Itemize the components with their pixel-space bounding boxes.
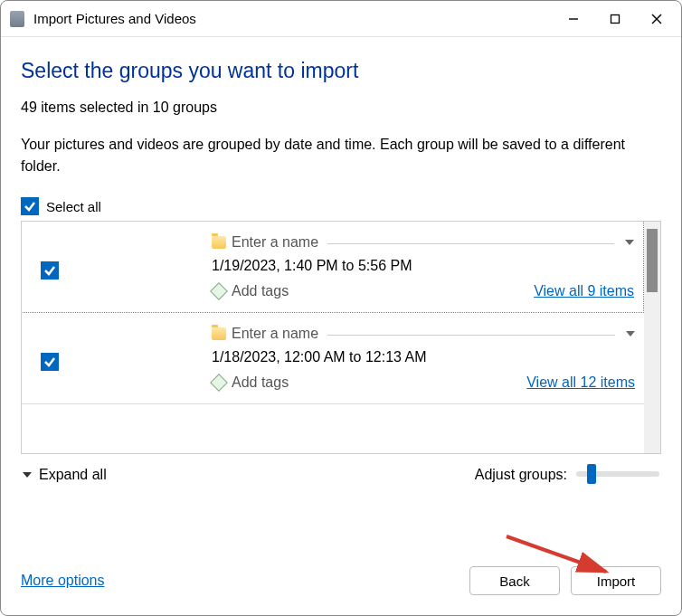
back-button[interactable]: Back — [469, 566, 560, 595]
adjust-groups-slider[interactable] — [576, 471, 659, 477]
more-options-link[interactable]: More options — [21, 573, 105, 589]
group-checkbox[interactable] — [41, 261, 59, 280]
import-group[interactable]: Enter a name 1/19/2023, 1:40 PM to 5:56 … — [22, 222, 644, 313]
group-checkbox[interactable] — [41, 353, 59, 371]
svg-rect-1 — [611, 14, 620, 23]
folder-icon — [212, 327, 226, 340]
minimize-button[interactable] — [553, 2, 594, 36]
window-title: Import Pictures and Videos — [33, 11, 196, 26]
chevron-down-icon[interactable] — [625, 240, 634, 245]
page-title: Select the groups you want to import — [21, 59, 661, 83]
group-date-range: 1/18/2023, 12:00 AM to 12:13 AM — [212, 349, 635, 365]
vertical-scrollbar[interactable] — [644, 222, 660, 453]
view-all-link[interactable]: View all 9 items — [534, 283, 634, 299]
add-tags-input[interactable]: Add tags — [232, 374, 289, 391]
folder-icon — [212, 236, 226, 249]
select-all-checkbox[interactable] — [21, 197, 39, 215]
group-name-input[interactable]: Enter a name — [232, 326, 318, 342]
device-icon — [10, 11, 24, 27]
maximize-button[interactable] — [594, 2, 636, 36]
chevron-down-icon[interactable] — [626, 331, 635, 336]
description-text: Your pictures and videos are grouped by … — [21, 134, 661, 177]
view-all-link[interactable]: View all 12 items — [526, 374, 635, 391]
import-button[interactable]: Import — [571, 566, 661, 595]
select-all-label: Select all — [46, 199, 101, 214]
expand-all-button[interactable]: Expand all — [39, 467, 107, 483]
scrollbar-thumb[interactable] — [647, 229, 658, 292]
close-button[interactable] — [636, 2, 677, 36]
tag-icon — [212, 284, 226, 299]
group-name-input[interactable]: Enter a name — [232, 234, 318, 251]
group-list: Enter a name 1/19/2023, 1:40 PM to 5:56 … — [21, 221, 661, 454]
titlebar: Import Pictures and Videos — [1, 1, 681, 37]
slider-thumb[interactable] — [587, 464, 596, 484]
tag-icon — [212, 375, 226, 390]
add-tags-input[interactable]: Add tags — [232, 283, 289, 299]
chevron-down-icon — [23, 472, 32, 478]
import-group[interactable]: Enter a name 1/18/2023, 12:00 AM to 12:1… — [22, 313, 644, 404]
selection-summary: 49 items selected in 10 groups — [21, 100, 661, 116]
group-date-range: 1/19/2023, 1:40 PM to 5:56 PM — [212, 258, 634, 274]
adjust-groups-label: Adjust groups: — [475, 467, 567, 483]
